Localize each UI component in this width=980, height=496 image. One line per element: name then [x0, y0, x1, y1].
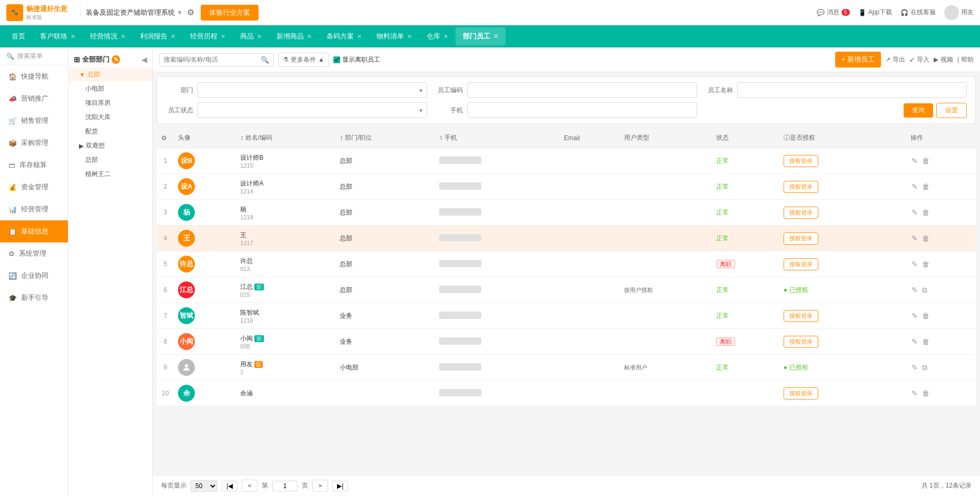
edit-icon[interactable]: ✎	[912, 208, 918, 217]
edit-dept-icon[interactable]: ✎	[112, 55, 120, 64]
sidebar-item-purchase[interactable]: 📦 采购管理	[0, 132, 68, 154]
auth-login-btn[interactable]: 授权登录	[784, 387, 818, 400]
sidebar-item-inventory[interactable]: 🗃 库存核算	[0, 154, 68, 176]
edit-icon[interactable]: ✎	[912, 312, 918, 320]
close-icon[interactable]: ✕	[307, 33, 312, 40]
page-size-select[interactable]: 50 100 200	[191, 480, 217, 492]
next-page-btn[interactable]: ＞	[312, 480, 328, 492]
delete-icon[interactable]: 🗑	[922, 260, 929, 268]
col-phone[interactable]: ↕ 手机	[435, 128, 560, 148]
messages-btn[interactable]: 💬 消息 6	[817, 8, 850, 17]
dept-item-head[interactable]: ▼ 总部	[68, 67, 152, 82]
col-settings[interactable]: ⚙	[157, 128, 174, 148]
nav-tab-dept-staff[interactable]: 部门员工 ✕	[456, 27, 506, 45]
nav-tab-operation[interactable]: 经营情况 ✕	[83, 27, 133, 45]
gear-icon[interactable]: ⚙	[187, 7, 194, 17]
delete-icon[interactable]: 🗑	[922, 182, 929, 191]
nav-tab-profit[interactable]: 利润报告 ✕	[133, 27, 183, 45]
search-box[interactable]: 🔍	[159, 53, 274, 66]
edit-icon[interactable]: ✎	[912, 260, 918, 268]
delete-icon[interactable]: 🗑	[922, 157, 929, 165]
filter-empcode-input[interactable]	[467, 82, 697, 98]
delete-icon[interactable]: 🗑	[922, 389, 929, 397]
online-support-btn[interactable]: 🎧 在线客服	[900, 8, 936, 17]
col-dept[interactable]: ↕ 部门/职位	[335, 128, 435, 148]
app-download-btn[interactable]: 📱 App下载	[858, 8, 892, 17]
set-button[interactable]: 设置	[936, 103, 967, 118]
prev-page-btn[interactable]: ＜	[242, 480, 258, 492]
auth-login-btn[interactable]: 授权登录	[784, 258, 818, 270]
delete-icon[interactable]: 🗑	[922, 312, 929, 320]
nav-tab-bom[interactable]: 物料清单 ✕	[369, 27, 419, 45]
sidebar-item-sales[interactable]: 🛒 销售管理	[0, 110, 68, 132]
edit-icon[interactable]: ✎	[912, 157, 918, 165]
close-icon[interactable]: ✕	[257, 33, 262, 40]
filter-phone-input[interactable]	[467, 102, 697, 118]
filter-dept-select[interactable]	[197, 82, 427, 98]
auth-login-btn[interactable]: 授权登录	[784, 336, 818, 348]
show-resigned-label[interactable]: 显示离职员工	[333, 55, 380, 64]
export-btn[interactable]: ↗ 导出	[885, 55, 905, 64]
copy-icon[interactable]: ⧉	[922, 363, 927, 372]
filter-more-btn[interactable]: ⚗ 更多条件 ▲	[278, 53, 329, 67]
sidebar-item-basic-info[interactable]: 📋 基础信息	[0, 220, 68, 242]
trial-button[interactable]: 体验行业方案	[201, 5, 259, 21]
video-btn[interactable]: ▶ 视频	[934, 55, 953, 64]
dept-item-project[interactable]: 项目库房	[68, 96, 152, 110]
edit-icon[interactable]: ✎	[912, 286, 918, 294]
query-button[interactable]: 查询	[904, 103, 933, 118]
col-name[interactable]: ↕ 姓名/编码	[236, 128, 335, 148]
filter-status-select[interactable]	[197, 102, 427, 118]
nav-tab-home[interactable]: 首页	[4, 27, 33, 45]
close-icon[interactable]: ✕	[407, 33, 412, 40]
sidebar-item-business[interactable]: 📊 经营管理	[0, 198, 68, 220]
filter-empname-input[interactable]	[737, 82, 967, 98]
nav-tab-new-goods[interactable]: 新增商品 ✕	[269, 27, 319, 45]
dept-item-zhishu[interactable]: 植树王二	[68, 167, 152, 181]
search-input[interactable]	[164, 56, 259, 63]
show-resigned-checkbox[interactable]	[333, 56, 340, 63]
edit-icon[interactable]: ✎	[912, 337, 918, 346]
close-icon[interactable]: ✕	[71, 33, 75, 40]
edit-icon[interactable]: ✎	[912, 389, 918, 397]
dept-item-shenyang[interactable]: 沈阳大库	[68, 110, 152, 124]
left-nav-search[interactable]: 🔍 搜索菜单	[0, 47, 68, 65]
first-page-btn[interactable]: |◀	[222, 481, 237, 491]
sidebar-item-system[interactable]: ⚙ 系统管理	[0, 242, 68, 265]
user-area[interactable]: 用友	[944, 5, 974, 20]
sidebar-item-collab[interactable]: 🔄 企业协同	[0, 265, 68, 287]
auth-login-btn[interactable]: 授权登录	[784, 155, 818, 167]
close-icon[interactable]: ✕	[121, 33, 125, 40]
auth-login-btn[interactable]: 授权登录	[784, 181, 818, 193]
sidebar-item-quick-nav[interactable]: 🏠 快捷导航	[0, 65, 68, 87]
delete-icon[interactable]: 🗑	[922, 337, 929, 346]
nav-tab-history[interactable]: 经营历程 ✕	[183, 27, 233, 45]
delete-icon[interactable]: 🗑	[922, 234, 929, 242]
close-icon[interactable]: ✕	[171, 33, 175, 40]
help-btn[interactable]: | 帮助	[957, 55, 974, 64]
close-icon[interactable]: ✕	[221, 33, 225, 40]
dept-item-head2[interactable]: 总部	[68, 153, 152, 167]
nav-tab-warehouse[interactable]: 仓库 ✕	[419, 27, 456, 45]
import-btn[interactable]: ↙ 导入	[909, 55, 929, 64]
nav-tab-customer[interactable]: 客户联络 ✕	[33, 27, 83, 45]
edit-icon[interactable]: ✎	[912, 363, 918, 372]
settings-icon[interactable]: ⚙	[161, 134, 167, 142]
edit-icon[interactable]: ✎	[912, 182, 918, 191]
collapse-btn[interactable]: ◀	[142, 56, 147, 64]
close-icon[interactable]: ✕	[443, 33, 448, 40]
sidebar-item-finance[interactable]: 💰 资金管理	[0, 176, 68, 198]
copy-icon[interactable]: ⧉	[922, 286, 927, 294]
dept-item-distribution[interactable]: 配货	[68, 124, 152, 139]
search-btn-icon[interactable]: 🔍	[261, 56, 269, 64]
nav-tab-goods[interactable]: 商品 ✕	[233, 27, 269, 45]
page-number-input[interactable]	[277, 482, 293, 490]
dropdown-arrow-sys[interactable]: ▾	[178, 8, 182, 16]
close-icon[interactable]: ✕	[357, 33, 362, 40]
auth-login-btn[interactable]: 授权登录	[784, 232, 818, 245]
auth-login-btn[interactable]: 授权登录	[784, 207, 818, 219]
sidebar-item-guide[interactable]: 🎓 新手引导	[0, 287, 68, 309]
close-icon[interactable]: ✕	[493, 33, 498, 40]
dept-item-shuanglu[interactable]: ▶ 双鹿想	[68, 139, 152, 153]
last-page-btn[interactable]: ▶|	[332, 481, 348, 491]
